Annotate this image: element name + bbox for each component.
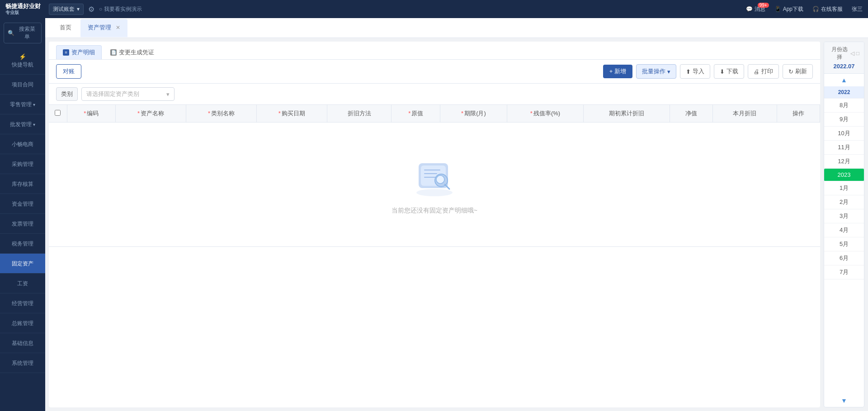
th-period: *期限(月) [440,105,507,123]
sidebar-item-invoice[interactable]: 发票管理 [0,214,45,234]
refresh-button[interactable]: ↻ 刷新 [783,64,813,79]
month-12[interactable]: 12月 [824,155,864,169]
month-5[interactable]: 5月 [824,237,864,251]
sidebar-item-inventory[interactable]: 库存核算 [0,174,45,194]
tab-close-icon[interactable]: ✕ [116,24,120,31]
list-icon: ≡ [63,49,69,56]
sidebar-item-wholesale[interactable]: 批发管理 ▾ [0,114,45,134]
batch-dropdown-icon: ▾ [667,68,670,75]
sidebar-item-basic[interactable]: 基础信息 [0,333,45,353]
sidebar-item-project[interactable]: 项目合同 [0,75,45,94]
download-button[interactable]: ⬇ 下载 [714,64,744,79]
month-2[interactable]: 2月 [824,195,864,209]
sidebar-item-ledger[interactable]: 总账管理 [0,313,45,333]
sub-tab-bar: ≡ 资产明细 📄 变更生成凭证 [49,42,820,60]
shortcut-icon: ⚡ [19,53,26,60]
month-11[interactable]: 11月 [824,141,864,155]
sidebar-item-shortcut[interactable]: ⚡ 快捷导航 [0,48,45,75]
month-6[interactable]: 6月 [824,251,864,265]
sidebar-item-retail[interactable]: 零售管理 ▾ [0,94,45,114]
demo-link[interactable]: ○ 我要看实例演示 [99,5,142,13]
toolbar-right: + 新增 批量操作 ▾ ⬆ 导入 ⬇ 下载 [603,64,813,79]
wholesale-arrow-icon: ▾ [33,122,35,127]
month-8[interactable]: 8月 [824,99,864,113]
main-layout: 🔍 搜索菜单 ⚡ 快捷导航 项目合同 零售管理 ▾ 批发管理 ▾ 小畅电商 [0,18,868,411]
month-picker-header: 月份选择 ◁ □ 2022.07 [824,42,864,74]
sub-tab-voucher[interactable]: 📄 变更生成凭证 [104,45,161,59]
category-select[interactable]: 请选择固定资产类别 ▾ [81,87,175,101]
sidebar-item-business[interactable]: 经营管理 [0,293,45,313]
sub-tab-detail[interactable]: ≡ 资产明细 [56,45,102,59]
empty-illustration [407,154,462,199]
print-icon: 🖨 [754,68,760,75]
app-download-btn[interactable]: 📱 App下载 [774,5,803,13]
sidebar-item-system[interactable]: 系统管理 [0,353,45,373]
top-bar: 畅捷通好业财 专业版 测试账套 ▾ ⚙ ○ 我要看实例演示 💬 消息 99+ 📱… [0,0,868,18]
add-button[interactable]: + 新增 [603,65,632,78]
demo-icon: ○ [99,6,102,12]
month-nav-up-btn[interactable]: ▲ [839,76,849,85]
select-all-checkbox[interactable] [55,110,61,116]
headset-icon: 🎧 [812,6,819,12]
print-button[interactable]: 🖨 打印 [748,64,779,79]
month-10[interactable]: 10月 [824,127,864,141]
month-picker-panel: 月份选择 ◁ □ 2022.07 ▲ 2022 8月 9月 10月 [824,42,864,407]
app-download-icon: 📱 [774,6,781,12]
month-picker-expand-icon[interactable]: □ [856,50,859,57]
import-button[interactable]: ⬆ 导入 [680,64,710,79]
th-original-value: *原值 [392,105,440,123]
month-picker-collapse-icon[interactable]: ◁ [850,50,854,57]
user-info[interactable]: 张三 [852,5,863,13]
th-purchase-date: *购买日期 [256,105,327,123]
th-accumulated-depreciation: 期初累计折旧 [584,105,670,123]
th-operation: 操作 [777,105,820,123]
search-icon: 🔍 [8,30,14,36]
app-edition: 专业版 [5,10,41,15]
sidebar: 🔍 搜索菜单 ⚡ 快捷导航 项目合同 零售管理 ▾ 批发管理 ▾ 小畅电商 [0,18,45,411]
month-1[interactable]: 1月 [824,181,864,195]
search-menu-button[interactable]: 🔍 搜索菜单 [4,23,42,43]
sidebar-item-purchase[interactable]: 采购管理 [0,154,45,174]
category-label: 类别 [56,87,78,101]
category-placeholder: 请选择固定资产类别 [86,90,139,98]
sidebar-item-ecommerce[interactable]: 小畅电商 [0,134,45,154]
company-selector[interactable]: 测试账套 ▾ [49,4,84,15]
settings-icon[interactable]: ⚙ [88,5,94,14]
filter-bar: 类别 请选择固定资产类别 ▾ [49,84,820,105]
messages-btn[interactable]: 💬 消息 99+ [746,5,765,13]
retail-arrow-icon: ▾ [33,102,35,107]
month-nav-down-btn[interactable]: ▼ [839,396,849,405]
header-right: 💬 消息 99+ 📱 App下载 🎧 在线客服 张三 [746,5,863,13]
reconcile-button[interactable]: 对账 [56,64,81,79]
th-residual-rate: *残值率(%) [507,105,583,123]
year-2022-label: 2022 [824,86,864,99]
month-3[interactable]: 3月 [824,209,864,223]
table-header-row: *编码 *资产名称 *类别名称 *购买日期 折旧方法 *原值 *期限(月) *残… [49,105,820,123]
sidebar-item-tax[interactable]: 税务管理 [0,234,45,254]
sidebar-item-salary[interactable]: 工资 [0,274,45,293]
current-month-display: 2022.07 [829,63,859,70]
content-area: 首页 资产管理 ✕ ≡ 资产明细 📄 变更生成凭证 [45,18,868,411]
month-nav-down: ▼ [824,394,864,407]
online-service-btn[interactable]: 🎧 在线客服 [812,5,843,13]
empty-state: 当前您还没有固定资产明细哦~ [54,127,815,242]
month-9[interactable]: 9月 [824,113,864,127]
empty-message: 当前您还没有固定资产明细哦~ [392,207,477,215]
download-icon: ⬇ [720,68,725,75]
sidebar-item-finance[interactable]: 资金管理 [0,194,45,214]
doc-icon: 📄 [110,49,117,56]
empty-state-cell: 当前您还没有固定资产明细哦~ [49,123,820,247]
month-7[interactable]: 7月 [824,265,864,279]
month-4[interactable]: 4月 [824,223,864,237]
import-icon: ⬆ [686,68,691,75]
th-category: *类别名称 [186,105,256,123]
th-net-value: 净值 [670,105,713,123]
svg-point-7 [436,175,444,184]
sidebar-item-assets[interactable]: 固定资产 [0,254,45,274]
batch-button[interactable]: 批量操作 ▾ [636,64,676,79]
tab-home[interactable]: 首页 [52,19,79,37]
messages-badge: 99+ [758,3,769,8]
month-picker-title: 月份选择 [829,46,850,61]
tab-assets[interactable]: 资产管理 ✕ [80,19,127,37]
month-list: 2022 8月 9月 10月 11月 12月 2023 1月 2月 3月 4月 … [824,86,864,394]
